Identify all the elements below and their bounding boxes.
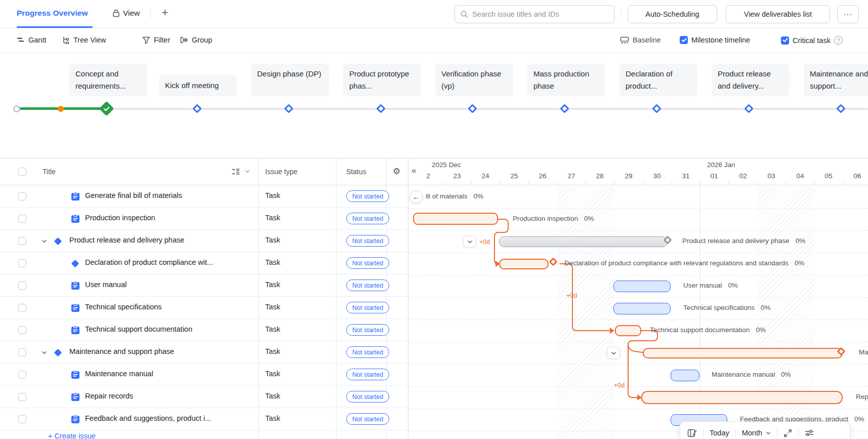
milestone-done-diamond-icon[interactable] — [99, 101, 114, 116]
milestone-card[interactable]: Concept and requirements... — [69, 64, 147, 96]
more-actions-button[interactable]: ··· — [837, 5, 859, 23]
gantt-bar-critical[interactable] — [499, 259, 549, 269]
expand-bar-chevron-button[interactable] — [463, 235, 476, 248]
milestone-diamond-icon[interactable] — [652, 104, 661, 113]
select-all-checkbox[interactable] — [18, 168, 26, 176]
critical-task-toggle[interactable]: Critical task ? — [781, 36, 843, 45]
table-row[interactable]: Feedback and suggestions, product i... T… — [0, 408, 408, 430]
status-badge[interactable]: Not started — [346, 235, 389, 247]
baseline-button[interactable]: Baseline — [620, 36, 661, 44]
status-badge[interactable]: Not started — [346, 213, 389, 224]
title-header-caret-icon[interactable] — [245, 170, 250, 173]
gantt-bar-critical[interactable] — [413, 213, 498, 225]
search-box[interactable] — [454, 5, 614, 23]
gantt-bar[interactable] — [613, 281, 671, 292]
gantt-mode-button[interactable]: Gantt — [17, 36, 46, 44]
milestone-card[interactable]: Mass production phase — [527, 64, 605, 96]
gantt-bar-summary[interactable] — [499, 236, 668, 247]
gantt-bar-critical[interactable] — [615, 325, 641, 336]
create-issue-button[interactable]: + Create issue — [48, 432, 96, 439]
bar-label: Technical specifications0% — [683, 304, 771, 311]
status-badge[interactable]: Not started — [346, 413, 389, 425]
row-checkbox[interactable] — [18, 237, 26, 245]
milestone-diamond-icon[interactable] — [560, 104, 569, 113]
zoom-scale-dropdown[interactable]: Month — [742, 429, 771, 437]
filter-button[interactable]: Filter — [142, 36, 170, 44]
collapse-expand-all-icon[interactable] — [232, 168, 243, 176]
title-column-header[interactable]: Title — [43, 168, 56, 176]
status-badge[interactable]: Not started — [346, 190, 389, 202]
row-title: Declaration of product compliance wit... — [85, 258, 213, 266]
collapse-panel-icon[interactable]: « — [411, 166, 416, 176]
gantt-bar[interactable] — [613, 303, 671, 314]
table-settings-gear-icon[interactable]: ⚙ — [393, 166, 400, 177]
table-row[interactable]: Repair records Task Not started — [0, 386, 408, 408]
expand-bar-chevron-button[interactable] — [607, 347, 620, 359]
gantt-bar[interactable] — [671, 370, 699, 381]
milestone-timeline-checkbox[interactable] — [680, 36, 688, 44]
milestone-diamond-icon[interactable] — [468, 104, 477, 113]
tab-view[interactable]: View — [112, 9, 140, 18]
group-button[interactable]: Group — [180, 36, 212, 44]
table-row[interactable]: Technical support documentation Task Not… — [0, 319, 408, 341]
milestone-card[interactable]: Design phase (DP) — [251, 64, 329, 96]
status-badge[interactable]: Not started — [346, 257, 389, 269]
status-badge[interactable]: Not started — [346, 369, 389, 380]
collapse-chevron-icon[interactable] — [42, 240, 47, 243]
milestone-card[interactable]: Product prototype phas... — [343, 64, 421, 96]
row-checkbox[interactable] — [18, 259, 26, 267]
row-checkbox[interactable] — [18, 326, 26, 334]
today-button[interactable]: Today — [710, 429, 729, 437]
status-badge[interactable]: Not started — [346, 302, 389, 313]
tree-view-button[interactable]: Tree View — [62, 36, 106, 44]
table-row[interactable]: Maintenance manual Task Not started — [0, 364, 408, 386]
gantt-bar-summary-critical[interactable] — [643, 348, 843, 358]
table-row[interactable]: Product release and delivery phase Task … — [0, 230, 408, 252]
table-row[interactable]: Technical specifications Task Not starte… — [0, 297, 408, 319]
row-checkbox[interactable] — [18, 215, 26, 223]
gantt-bar-critical[interactable] — [641, 391, 843, 404]
milestone-diamond-icon[interactable] — [744, 104, 753, 113]
collapse-chevron-icon[interactable] — [42, 351, 47, 354]
table-row[interactable]: Declaration of product compliance wit...… — [0, 252, 408, 274]
table-row[interactable]: Maintenance and support phase Task Not s… — [0, 341, 408, 364]
add-view-button[interactable]: + — [158, 6, 172, 19]
status-badge[interactable]: Not started — [346, 346, 389, 358]
milestone-card[interactable]: Kick off meeting — [159, 75, 237, 96]
milestone-card[interactable]: Verification phase (vp) — [435, 64, 513, 96]
milestone-diamond-icon[interactable] — [192, 104, 201, 113]
table-row[interactable]: Production inspection Task Not started — [0, 208, 408, 230]
auto-scheduling-button[interactable]: Auto-Scheduling — [628, 5, 717, 23]
table-row[interactable]: Generate final bill of materials Task No… — [0, 185, 408, 208]
fullscreen-icon[interactable] — [783, 429, 792, 437]
tab-progress-overview[interactable]: Progress Overview — [17, 9, 88, 18]
display-settings-sliders-icon[interactable] — [805, 429, 814, 436]
table-row[interactable]: User manual Task Not started — [0, 274, 408, 297]
view-deliverables-button[interactable]: View deliverables list — [726, 5, 830, 23]
row-checkbox[interactable] — [18, 282, 26, 290]
row-checkbox[interactable] — [18, 415, 26, 423]
issue-type-column-header[interactable]: Issue type — [265, 168, 298, 176]
milestone-card[interactable]: Declaration of product... — [619, 64, 697, 96]
row-checkbox[interactable] — [18, 192, 26, 201]
status-badge[interactable]: Not started — [346, 391, 389, 403]
row-checkbox[interactable] — [18, 348, 26, 356]
scroll-to-bar-button[interactable]: ← — [409, 190, 423, 204]
milestone-diamond-icon[interactable] — [836, 104, 845, 113]
critical-task-checkbox[interactable] — [781, 36, 789, 45]
row-checkbox[interactable] — [18, 393, 26, 401]
milestone-diamond-icon[interactable] — [284, 104, 293, 113]
milestone-diamond-icon[interactable] — [549, 258, 558, 266]
field-config-icon[interactable] — [687, 429, 697, 437]
critical-task-help-icon[interactable]: ? — [834, 36, 843, 45]
milestone-timeline-toggle[interactable]: Milestone timeline — [680, 36, 750, 44]
milestone-card[interactable]: Maintenance and support... — [804, 64, 868, 96]
search-input[interactable] — [472, 10, 609, 18]
row-checkbox[interactable] — [18, 304, 26, 312]
status-column-header[interactable]: Status — [346, 168, 366, 176]
milestone-diamond-icon[interactable] — [376, 104, 385, 113]
milestone-card[interactable]: Product release and delivery... — [712, 64, 790, 96]
row-checkbox[interactable] — [18, 371, 26, 379]
status-badge[interactable]: Not started — [346, 324, 389, 336]
status-badge[interactable]: Not started — [346, 280, 389, 291]
